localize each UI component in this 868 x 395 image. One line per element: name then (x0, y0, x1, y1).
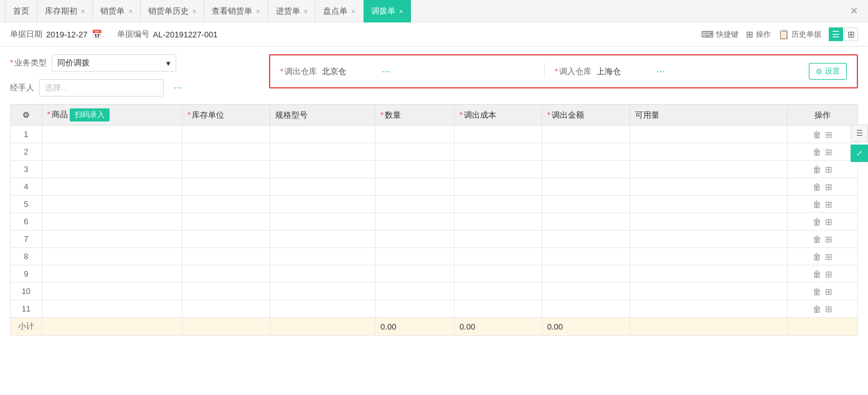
handler-select[interactable]: 选择... (39, 79, 164, 97)
source-warehouse-more-icon[interactable]: ··· (382, 66, 390, 77)
row-product[interactable] (42, 213, 182, 231)
copy-icon[interactable]: ⊞ (825, 287, 833, 297)
table-scroll-area[interactable]: ⚙ *商品 扫码录入 *库存单位 规格型号 *数量 *调出成本 *调出金额 可用… (10, 104, 858, 336)
row-cost[interactable] (454, 231, 542, 248)
float-list-icon[interactable]: ☰ (851, 125, 868, 142)
tab-purchase[interactable]: 进货单 × (268, 0, 316, 22)
row-product[interactable] (42, 248, 182, 265)
row-action: 🗑 ⊞ (788, 283, 858, 300)
row-qty[interactable] (375, 178, 455, 196)
copy-icon[interactable]: ⊞ (825, 234, 833, 244)
delete-icon[interactable]: 🗑 (813, 234, 821, 244)
row-available (630, 143, 788, 161)
row-product[interactable] (42, 265, 182, 283)
copy-icon[interactable]: ⊞ (825, 182, 833, 192)
scan-input-button[interactable]: 扫码录入 (70, 108, 110, 121)
row-product[interactable] (42, 161, 182, 178)
date-field: 单据日期 2019-12-27 📅 (10, 29, 102, 40)
row-qty[interactable] (375, 213, 455, 231)
delete-icon[interactable]: 🗑 (813, 147, 821, 157)
copy-icon[interactable]: ⊞ (825, 164, 833, 174)
delete-icon[interactable]: 🗑 (813, 182, 821, 192)
close-tab-transfer[interactable]: × (399, 7, 403, 15)
row-product[interactable] (42, 126, 182, 143)
copy-icon[interactable]: ⊞ (825, 304, 833, 314)
subtotal-amount: 0.00 (542, 318, 630, 336)
copy-icon[interactable]: ⊞ (825, 130, 833, 140)
view-grid-button[interactable]: ⊞ (844, 27, 858, 41)
row-qty[interactable] (375, 231, 455, 248)
row-qty[interactable] (375, 196, 455, 213)
row-qty[interactable] (375, 265, 455, 283)
copy-icon[interactable]: ⊞ (825, 252, 833, 262)
code-field: 单据编号 AL-20191227-001 (117, 29, 218, 40)
copy-icon[interactable]: ⊞ (825, 199, 833, 209)
row-cost[interactable] (454, 178, 542, 196)
row-cost[interactable] (454, 161, 542, 178)
row-product[interactable] (42, 231, 182, 248)
tab-transfer[interactable]: 调拨单 × (364, 0, 411, 22)
row-cost[interactable] (454, 248, 542, 265)
toolbar-right-actions: ⌨ 快捷键 ⊞ 操作 📋 历史单据 ☰ ⊞ (701, 27, 858, 41)
row-unit (182, 265, 270, 283)
row-cost[interactable] (454, 213, 542, 231)
row-num: 2 (11, 143, 42, 161)
row-product[interactable] (42, 178, 182, 196)
operations-button[interactable]: ⊞ 操作 (746, 29, 771, 40)
tab-stocktake[interactable]: 盘点单 × (316, 0, 363, 22)
delete-icon[interactable]: 🗑 (813, 287, 821, 297)
row-cost[interactable] (454, 283, 542, 300)
tab-inventory-init[interactable]: 库存期初 × (37, 0, 93, 22)
copy-icon[interactable]: ⊞ (825, 269, 833, 279)
row-qty[interactable] (375, 248, 455, 265)
float-expand-icon[interactable]: ⤢ (851, 145, 868, 162)
tab-home[interactable]: 首页 (5, 0, 37, 22)
shortcuts-button[interactable]: ⌨ 快捷键 (701, 29, 738, 40)
close-tab-sales-order[interactable]: × (128, 7, 132, 15)
delete-icon[interactable]: 🗑 (813, 269, 821, 279)
tab-view-sales[interactable]: 查看销货单 × (204, 0, 268, 22)
tab-sales-history[interactable]: 销货单历史 × (141, 0, 204, 22)
target-warehouse-more-icon[interactable]: ··· (656, 66, 664, 77)
tab-bar: 首页 库存期初 × 销货单 × 销货单历史 × 查看销货单 × 进货单 × 盘点… (0, 0, 868, 22)
row-cost[interactable] (454, 196, 542, 213)
row-qty[interactable] (375, 161, 455, 178)
row-qty[interactable] (375, 143, 455, 161)
history-button[interactable]: 📋 历史单据 (778, 29, 821, 40)
row-cost[interactable] (454, 126, 542, 143)
form-section: *业务类型 同价调拨 ▾ 经手人 选择... ··· *调出仓库 北京仓 ··· (0, 47, 868, 104)
row-num: 1 (11, 126, 42, 143)
delete-icon[interactable]: 🗑 (813, 130, 821, 140)
copy-icon[interactable]: ⊞ (825, 147, 833, 157)
delete-icon[interactable]: 🗑 (813, 252, 821, 262)
row-num: 5 (11, 196, 42, 213)
close-tab-inventory-init[interactable]: × (81, 7, 85, 15)
close-tab-view-sales[interactable]: × (256, 7, 260, 15)
copy-icon[interactable]: ⊞ (825, 217, 833, 227)
row-product[interactable] (42, 196, 182, 213)
row-cost[interactable] (454, 143, 542, 161)
tab-sales-order[interactable]: 销货单 × (93, 0, 140, 22)
row-qty[interactable] (375, 283, 455, 300)
row-cost[interactable] (454, 265, 542, 283)
delete-icon[interactable]: 🗑 (813, 199, 821, 209)
calendar-icon[interactable]: 📅 (92, 29, 102, 39)
column-settings-icon[interactable]: ⚙ (11, 105, 42, 126)
window-close-button[interactable]: ✕ (845, 5, 863, 17)
row-unit (182, 143, 270, 161)
view-list-button[interactable]: ☰ (829, 27, 843, 41)
settings-button[interactable]: ⚙ 设置 (809, 63, 847, 80)
delete-icon[interactable]: 🗑 (813, 164, 821, 174)
row-product[interactable] (42, 283, 182, 300)
row-product[interactable] (42, 143, 182, 161)
business-type-select[interactable]: 同价调拨 ▾ (52, 54, 176, 72)
close-tab-sales-history[interactable]: × (192, 7, 196, 15)
warehouse-divider (544, 63, 545, 78)
close-tab-purchase[interactable]: × (304, 7, 308, 15)
handler-more-icon[interactable]: ··· (174, 82, 182, 93)
close-tab-stocktake[interactable]: × (351, 7, 355, 15)
delete-icon[interactable]: 🗑 (813, 304, 821, 314)
delete-icon[interactable]: 🗑 (813, 217, 821, 227)
row-qty[interactable] (375, 126, 455, 143)
row-unit (182, 178, 270, 196)
